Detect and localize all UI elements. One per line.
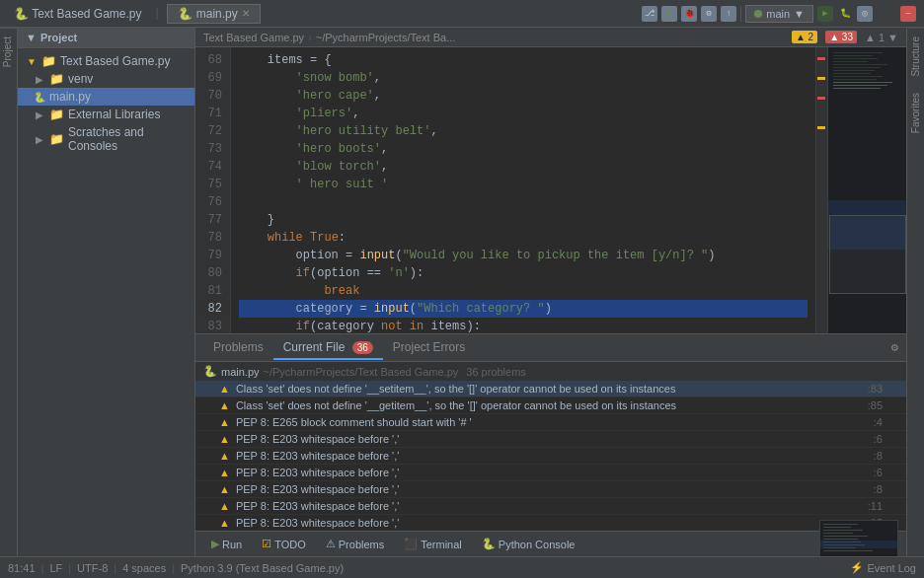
problem-row-3[interactable]: ▲ PEP 8: E265 block comment should start… bbox=[195, 414, 906, 431]
warning-count-badge[interactable]: ▲ 2 bbox=[792, 31, 817, 43]
svg-rect-2 bbox=[833, 55, 873, 56]
tree-item-scratches[interactable]: ▶ 📁 Scratches and Consoles bbox=[18, 123, 194, 155]
problem-row-2[interactable]: ▲ Class 'set' does not define '__getitem… bbox=[195, 397, 906, 414]
problem-row-7[interactable]: ▲ PEP 8: E203 whitespace before ',' :8 bbox=[195, 481, 906, 498]
toolbar-icon-coverage[interactable]: ◎ bbox=[857, 6, 873, 22]
warn-icon-1: ▲ bbox=[219, 383, 230, 395]
line-num-68: 68 bbox=[195, 51, 230, 69]
tree-item-external-libs[interactable]: ▶ 📁 External Libraries bbox=[18, 106, 194, 123]
line-numbers: 68 69 70 71 72 73 74 75 76 77 78 79 80 8… bbox=[195, 47, 231, 333]
problem-row-6[interactable]: ▲ PEP 8: E203 whitespace before ',' :6 bbox=[195, 465, 906, 481]
svg-rect-13 bbox=[833, 88, 881, 89]
warn-icon-5: ▲ bbox=[219, 450, 230, 462]
editor-indicators: ▲ 2 ▲ 33 ▲ 1 ▼ bbox=[792, 31, 898, 43]
bottom-toolbar: ▶ Run ☑ TODO ⚠ Problems ⬛ Terminal 🐍 Pyt… bbox=[195, 531, 906, 556]
warn-icon-6: ▲ bbox=[219, 467, 230, 478]
warn-icon-3: ▲ bbox=[219, 416, 230, 428]
line-num-69: 69 bbox=[195, 69, 230, 87]
code-line-68: items = { bbox=[239, 51, 808, 69]
tree-item-project[interactable]: ▼ 📁 Text Based Game.py bbox=[18, 52, 194, 70]
editor-area: Text Based Game.py › ~/PycharmProjects/T… bbox=[195, 28, 906, 556]
problems-button[interactable]: ⚠ Problems bbox=[318, 536, 392, 552]
problem-row-1[interactable]: ▲ Class 'set' does not define '__setitem… bbox=[195, 381, 906, 397]
todo-button[interactable]: ☑ TODO bbox=[254, 536, 314, 552]
minimap-preview-box bbox=[829, 215, 906, 294]
run-config[interactable]: main ▼ bbox=[745, 5, 813, 23]
line-num-71: 71 bbox=[195, 105, 230, 122]
code-line-81: break bbox=[239, 282, 808, 300]
svg-rect-21 bbox=[823, 539, 858, 540]
code-line-78: while True: bbox=[239, 229, 808, 247]
svg-rect-12 bbox=[833, 85, 887, 86]
toolbar-icon-git[interactable]: ⎇ bbox=[642, 6, 657, 22]
tab-current-file[interactable]: Current File 36 bbox=[273, 336, 383, 360]
toolbar-icon-settings[interactable]: ⚙ bbox=[701, 6, 717, 22]
warn-icon-9: ▲ bbox=[219, 517, 230, 529]
toolbar-icon-debug-btn[interactable]: 🐛 bbox=[837, 6, 853, 22]
tab-project-errors[interactable]: Project Errors bbox=[383, 336, 475, 360]
code-line-82: category = input("Which category? ") bbox=[239, 300, 808, 318]
toolbar-icon-minimize[interactable]: — bbox=[900, 6, 916, 22]
code-line-83: if(category not in items): bbox=[239, 318, 808, 333]
problem-row-4[interactable]: ▲ PEP 8: E203 whitespace before ',' :6 bbox=[195, 431, 906, 448]
status-python[interactable]: Python 3.9 (Text Based Game.py) bbox=[181, 562, 344, 574]
gutter-mark-4 bbox=[817, 126, 825, 129]
line-num-80: 80 bbox=[195, 264, 230, 282]
minimap[interactable] bbox=[827, 47, 906, 333]
line-num-81: 81 bbox=[195, 282, 230, 300]
code-editor[interactable]: 68 69 70 71 72 73 74 75 76 77 78 79 80 8… bbox=[195, 47, 815, 333]
svg-rect-10 bbox=[833, 79, 877, 80]
svg-rect-11 bbox=[833, 82, 892, 83]
code-line-77: } bbox=[239, 211, 808, 229]
line-num-82: 82 bbox=[195, 300, 230, 318]
tab-favorites[interactable]: Favorites bbox=[908, 85, 923, 141]
right-gutter bbox=[815, 47, 827, 333]
far-left-tabs: Project bbox=[0, 28, 18, 556]
run-icon: ▶ bbox=[211, 538, 219, 550]
tab-structure[interactable]: Structure bbox=[908, 28, 923, 85]
gutter-mark-3 bbox=[817, 97, 825, 100]
warn-icon-4: ▲ bbox=[219, 433, 230, 445]
run-button[interactable]: ▶ Run bbox=[203, 536, 250, 552]
svg-rect-16 bbox=[823, 524, 858, 525]
code-line-80: if(option == 'n'): bbox=[239, 264, 808, 282]
python-console-button[interactable]: 🐍 Python Console bbox=[474, 536, 583, 552]
file-tab-main[interactable]: 🐍 main.py ✕ bbox=[167, 4, 261, 24]
code-thumbnail bbox=[819, 520, 898, 557]
toolbar-icon-run[interactable]: ▶ bbox=[661, 6, 677, 22]
svg-rect-26 bbox=[820, 541, 898, 548]
toolbar-icon-debug[interactable]: 🐞 bbox=[681, 6, 697, 22]
problem-row-9[interactable]: ▲ PEP 8: E203 whitespace before ',' :13 bbox=[195, 515, 906, 531]
terminal-button[interactable]: ⬛ Terminal bbox=[396, 536, 470, 552]
tree-item-venv[interactable]: ▶ 📁 venv bbox=[18, 70, 194, 88]
line-num-73: 73 bbox=[195, 140, 230, 158]
problem-row-8[interactable]: ▲ PEP 8: E203 whitespace before ',' :11 bbox=[195, 498, 906, 515]
gutter-mark-1 bbox=[817, 57, 825, 60]
problem-row-5[interactable]: ▲ PEP 8: E203 whitespace before ',' :8 bbox=[195, 448, 906, 465]
svg-rect-19 bbox=[823, 533, 853, 534]
tab-problems[interactable]: Problems bbox=[203, 336, 273, 360]
line-num-76: 76 bbox=[195, 193, 230, 211]
status-indent[interactable]: 4 spaces bbox=[122, 562, 166, 574]
code-content[interactable]: items = { 'snow bomb', 'hero cape', 'pli… bbox=[231, 47, 815, 333]
tab-project[interactable]: Project bbox=[0, 28, 17, 75]
problems-icon: ⚠ bbox=[326, 538, 336, 550]
svg-rect-18 bbox=[823, 530, 863, 531]
toolbar-icon-run-btn[interactable]: ▶ bbox=[817, 6, 833, 22]
tree-item-main[interactable]: 🐍 main.py bbox=[18, 88, 194, 106]
status-charset[interactable]: UTF-8 bbox=[77, 562, 108, 574]
file-tab-game[interactable]: 🐍 Text Based Game.py bbox=[8, 5, 148, 23]
nav-arrows[interactable]: ▲ 1 ▼ bbox=[865, 32, 898, 43]
toolbar-icon-commit[interactable]: ↑ bbox=[721, 6, 736, 22]
panel-settings-icon[interactable]: ⚙ bbox=[891, 340, 898, 355]
line-num-79: 79 bbox=[195, 247, 230, 264]
code-line-73: 'hero boots', bbox=[239, 140, 808, 158]
status-lf[interactable]: LF bbox=[49, 562, 62, 574]
line-num-78: 78 bbox=[195, 229, 230, 247]
project-panel: ▼ Project ▼ 📁 Text Based Game.py ▶ 📁 ven… bbox=[18, 28, 195, 556]
code-line-74: 'blow torch', bbox=[239, 158, 808, 176]
code-line-79: option = input("Would you like to pickup… bbox=[239, 247, 808, 264]
error-count-badge[interactable]: ▲ 33 bbox=[825, 31, 857, 43]
problems-list: 🐍 main.py ~/PycharmProjects/Text Based G… bbox=[195, 362, 906, 531]
status-event-log[interactable]: ⚡ Event Log bbox=[850, 561, 916, 574]
